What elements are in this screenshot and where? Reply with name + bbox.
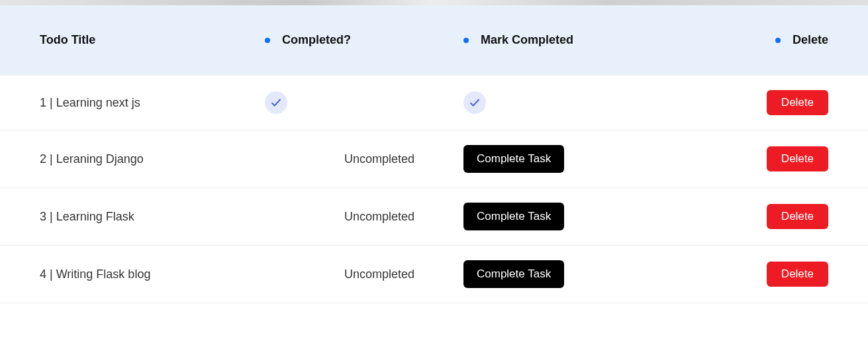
todo-table: Todo Title Completed? Mark Completed Del…: [0, 5, 868, 303]
header-completed-col: Completed?: [265, 33, 463, 47]
bullet-dot-icon: [775, 38, 781, 43]
bullet-dot-icon: [265, 38, 270, 43]
table-row: 2 | Leraning DjangoUncompletedComplete T…: [0, 130, 868, 188]
todo-title: 4 | Writing Flask blog: [40, 268, 265, 281]
mark-cell: Complete Task: [463, 260, 715, 288]
complete-task-button[interactable]: Complete Task: [463, 145, 564, 173]
check-icon: [265, 91, 287, 114]
mark-cell: Complete Task: [463, 145, 715, 173]
delete-cell: Delete: [715, 90, 828, 115]
header-completed-label: Completed?: [282, 33, 351, 47]
completed-cell: Uncompleted: [265, 152, 463, 166]
header-mark-col: Mark Completed: [463, 33, 715, 47]
check-icon: [463, 91, 486, 114]
complete-task-button[interactable]: Complete Task: [463, 203, 564, 230]
header-delete-label: Delete: [793, 33, 828, 47]
delete-cell: Delete: [715, 262, 828, 287]
todo-title: 2 | Leraning Django: [40, 152, 265, 166]
uncompleted-label: Uncompleted: [265, 152, 414, 166]
delete-button[interactable]: Delete: [767, 204, 828, 229]
uncompleted-label: Uncompleted: [265, 210, 414, 224]
completed-cell: Uncompleted: [265, 210, 463, 224]
header-title-label: Todo Title: [40, 33, 95, 47]
completed-cell: Uncompleted: [265, 268, 463, 281]
table-row: 4 | Writing Flask blogUncompletedComplet…: [0, 246, 868, 303]
mark-cell: Complete Task: [463, 203, 715, 230]
todo-title: 3 | Learning Flask: [40, 210, 265, 224]
table-body: 1 | Learning next jsDelete2 | Leraning D…: [0, 75, 868, 303]
delete-button[interactable]: Delete: [767, 146, 828, 171]
table-header: Todo Title Completed? Mark Completed Del…: [0, 5, 868, 75]
decorative-top-strip: [0, 0, 868, 5]
complete-task-button[interactable]: Complete Task: [463, 260, 564, 288]
delete-cell: Delete: [715, 146, 828, 171]
table-row: 1 | Learning next jsDelete: [0, 75, 868, 130]
delete-cell: Delete: [715, 204, 828, 229]
completed-cell: [265, 91, 463, 114]
todo-title: 1 | Learning next js: [40, 96, 265, 110]
header-mark-label: Mark Completed: [481, 33, 573, 47]
header-title-col: Todo Title: [40, 33, 265, 47]
uncompleted-label: Uncompleted: [265, 268, 414, 281]
table-row: 3 | Learning FlaskUncompletedComplete Ta…: [0, 188, 868, 246]
delete-button[interactable]: Delete: [767, 90, 828, 115]
bullet-dot-icon: [463, 38, 469, 43]
delete-button[interactable]: Delete: [767, 262, 828, 287]
mark-cell: [463, 91, 715, 114]
header-delete-col: Delete: [715, 33, 828, 47]
